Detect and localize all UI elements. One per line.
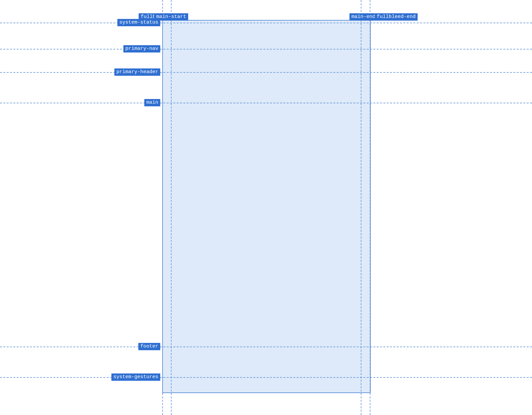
row-tick-right-system-gestures: · xyxy=(161,374,164,380)
column-line-fullbleed-start xyxy=(162,0,163,415)
row-tick-right-primary-nav: · xyxy=(161,46,164,52)
column-label-fullbleed-end: fullbleed-end xyxy=(375,13,418,21)
row-label-footer: footer xyxy=(138,343,160,350)
row-line-primary-header xyxy=(0,72,532,73)
row-line-primary-nav xyxy=(0,49,532,50)
column-line-main-end xyxy=(361,0,361,415)
row-tick-right-main: · xyxy=(161,100,164,105)
row-label-system-gestures: system-gestures xyxy=(111,373,160,381)
row-tick-right-footer: · xyxy=(161,344,164,349)
row-line-footer xyxy=(0,347,532,347)
row-label-main: main xyxy=(144,99,160,106)
row-tick-right-primary-header: · xyxy=(161,69,164,75)
row-label-system-status: system-status xyxy=(117,19,160,26)
row-label-primary-nav: primary-nav xyxy=(123,45,160,52)
row-line-system-gestures xyxy=(0,377,532,378)
column-label-main-end: main-end xyxy=(349,13,377,21)
row-label-primary-header: primary-header xyxy=(114,68,160,76)
device-frame xyxy=(162,20,371,393)
grid-diagram: fullbleed main-start main-end fullbleed-… xyxy=(0,0,532,415)
column-line-fullbleed-end xyxy=(370,0,370,415)
row-tick-right-system-status: · xyxy=(161,20,164,25)
row-line-system-status xyxy=(0,23,532,23)
row-line-main xyxy=(0,103,532,103)
column-line-main-start xyxy=(171,0,172,415)
